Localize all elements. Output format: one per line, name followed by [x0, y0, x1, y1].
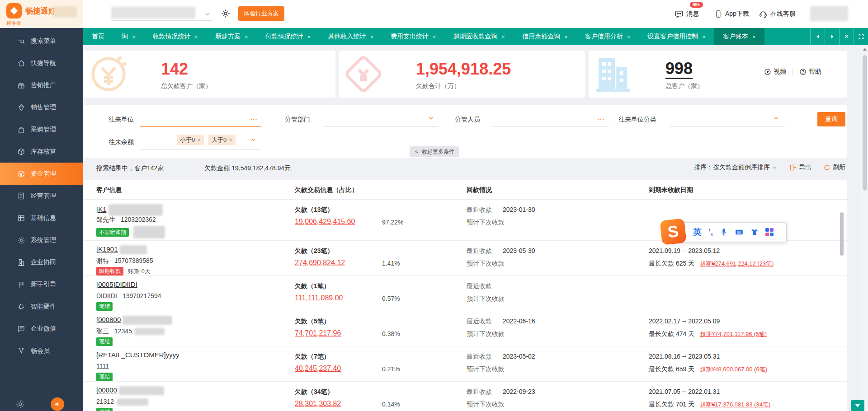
tab-close-icon[interactable]: × [627, 33, 631, 40]
collapse-more-conditions-button[interactable]: 收起更多条件 [410, 146, 459, 157]
sidebar-item-企业协同[interactable]: 企业协同 [0, 251, 83, 273]
sidebar-item-基础信息[interactable]: 基础信息 [0, 207, 83, 229]
ime-logo-icon[interactable]: S [660, 218, 686, 245]
page-scrollbar-thumb[interactable] [863, 55, 867, 191]
tab-首页[interactable]: 首页 [83, 28, 113, 45]
close-icon[interactable]: × [197, 136, 201, 143]
debt-amount-link[interactable]: 28,301,303.82 [295, 400, 341, 408]
customer-code-link[interactable]: [0005]DIDIIDI [96, 280, 137, 288]
table-scrollbar-thumb[interactable] [840, 212, 844, 256]
tab-close-icon[interactable]: × [370, 33, 373, 40]
sidebar-item-库存核算[interactable]: 库存核算 [0, 140, 83, 163]
customer-code-link[interactable]: [000800 [96, 316, 172, 325]
search-button[interactable]: 查询 [817, 112, 845, 126]
tab-信用余额查询[interactable]: 信用余额查询× [514, 28, 576, 45]
voice-assistant-button[interactable] [51, 397, 64, 411]
tab-close-icon[interactable]: × [245, 33, 248, 40]
debt-amount-link[interactable]: 74,701,217.96 [295, 329, 341, 337]
customer-code-link[interactable]: [00000 [96, 386, 164, 395]
sidebar-item-采购管理[interactable]: 采购管理 [0, 118, 83, 140]
scroll-up-arrow-icon[interactable] [863, 48, 867, 51]
ime-language-toggle[interactable]: 英 [693, 226, 702, 238]
customer-code-link[interactable]: [K1901 [96, 245, 147, 254]
overdue-amount-link[interactable]: 超期¥74,701,117.96 (5笔) [700, 331, 767, 337]
customer-code-link[interactable]: [K1 [96, 204, 163, 216]
fullscreen-icon[interactable] [854, 28, 868, 45]
keyboard-icon[interactable] [735, 228, 744, 236]
filter-category-input[interactable] [670, 126, 785, 127]
tab-close-icon[interactable]: × [564, 33, 568, 40]
sidebar-item-营销推广[interactable]: 营销推广 [0, 74, 83, 96]
chevron-down-icon[interactable] [250, 136, 257, 143]
tab-scroll-right-button[interactable] [825, 28, 839, 45]
close-icon[interactable]: × [229, 136, 232, 143]
balance-tag-less-than-zero[interactable]: 小于0× [177, 135, 204, 145]
debt-amount-link[interactable]: 111,111,089.00 [295, 294, 343, 302]
tab-scroll-left-button[interactable] [810, 28, 825, 45]
tab-设置客户信用控制[interactable]: 设置客户信用控制× [639, 28, 714, 45]
tab-新建方案[interactable]: 新建方案× [207, 28, 257, 45]
debt-amount-link[interactable]: 274,690,824.12 [295, 259, 345, 267]
page-scrollbar[interactable] [861, 45, 868, 411]
customer-code-link[interactable]: [RETAIL_CUSTOMER]yyyy [96, 351, 179, 359]
ime-menu-grid-icon[interactable] [765, 228, 774, 236]
online-service-button[interactable]: 在线客服 [759, 9, 796, 19]
tab-close-icon[interactable]: × [307, 33, 311, 40]
debt-amount-link[interactable]: 19,006,429,415.60 [295, 218, 355, 226]
redacted-account-selector[interactable] [111, 7, 195, 19]
tab-close-icon[interactable]: × [702, 33, 706, 40]
messages-button[interactable]: 消息 [675, 9, 699, 19]
tab-close-icon[interactable]: × [433, 33, 436, 40]
sidebar-settings-gear-icon[interactable] [15, 399, 25, 409]
gear-icon[interactable] [221, 9, 231, 19]
sidebar-item-新手引导[interactable]: 新手引导 [0, 273, 83, 295]
app-download-button[interactable]: App下载 [714, 9, 749, 19]
chevron-down-icon[interactable] [773, 115, 779, 121]
tab-付款情况统计[interactable]: 付款情况统计× [257, 28, 320, 45]
trial-industry-button[interactable]: 体验行业方案 [238, 6, 284, 21]
tab-询[interactable]: 询× [113, 28, 144, 45]
video-link[interactable]: 视频 [764, 68, 786, 76]
overdue-amount-link[interactable]: 超期¥17,376,081.83 (34笔) [700, 401, 770, 408]
sidebar-item-系统管理[interactable]: 系统管理 [0, 229, 83, 251]
skin-shirt-icon[interactable] [750, 228, 759, 236]
tab-close-icon[interactable]: × [132, 33, 136, 40]
chevron-down-icon[interactable] [428, 115, 434, 121]
overdue-amount-link[interactable]: 超期¥48,600,067.00 (6笔) [700, 366, 767, 373]
filter-person-more-icon[interactable]: ··· [598, 116, 605, 122]
redacted-user-profile[interactable] [810, 6, 848, 21]
tab-客户账本[interactable]: 客户账本× [714, 28, 764, 45]
help-link[interactable]: 帮助 [799, 68, 821, 76]
tab-超期应收款查询[interactable]: 超期应收款查询× [445, 28, 514, 45]
balance-tag-greater-than-zero[interactable]: 大于0× [208, 135, 236, 145]
filter-unit-input[interactable] [140, 126, 261, 127]
tab-close-icon[interactable]: × [502, 33, 505, 40]
tab-close-all-button[interactable]: × [839, 28, 854, 45]
sidebar-item-智能硬件[interactable]: 智能硬件 [0, 295, 83, 318]
chevron-down-icon[interactable] [204, 11, 211, 17]
sidebar-item-销售管理[interactable]: 销售管理 [0, 96, 83, 118]
tab-close-icon[interactable]: × [752, 33, 756, 40]
sidebar-item-畅会员[interactable]: 畅会员 [0, 340, 83, 362]
sidebar-item-快捷导航[interactable]: 快捷导航 [0, 52, 83, 74]
tab-其他收入统计[interactable]: 其他收入统计× [319, 28, 382, 45]
filter-person-input[interactable] [493, 126, 609, 127]
tab-close-icon[interactable]: × [195, 33, 198, 40]
export-button[interactable]: 导出 [789, 163, 811, 172]
sidebar-item-资金管理[interactable]: 资金管理 [0, 163, 83, 185]
microphone-icon[interactable] [720, 228, 728, 236]
sort-dropdown[interactable]: 排序：按欠款金额倒序排序 [694, 163, 778, 172]
tab-收款情况统计[interactable]: 收款情况统计× [144, 28, 207, 45]
refresh-button[interactable]: 刷新 [823, 163, 845, 172]
overdue-amount-link[interactable]: 超期¥274,691,224.12 (23笔) [700, 260, 774, 267]
floating-widget-button[interactable] [851, 400, 864, 411]
tab-费用支出统计[interactable]: 费用支出统计× [382, 28, 445, 45]
tab-客户信用分析[interactable]: 客户信用分析× [576, 28, 639, 45]
sidebar-item-搜索菜单[interactable]: 搜索菜单 [0, 30, 83, 52]
filter-dept-input[interactable] [324, 126, 439, 127]
filter-unit-more-icon[interactable]: ··· [250, 116, 258, 122]
filter-balance-input[interactable] [140, 149, 261, 149]
ime-punctuation-toggle[interactable]: ’, [708, 228, 713, 237]
debt-amount-link[interactable]: 40,245,237.40 [295, 364, 341, 373]
sidebar-item-经营管理[interactable]: 经营管理 [0, 185, 83, 207]
